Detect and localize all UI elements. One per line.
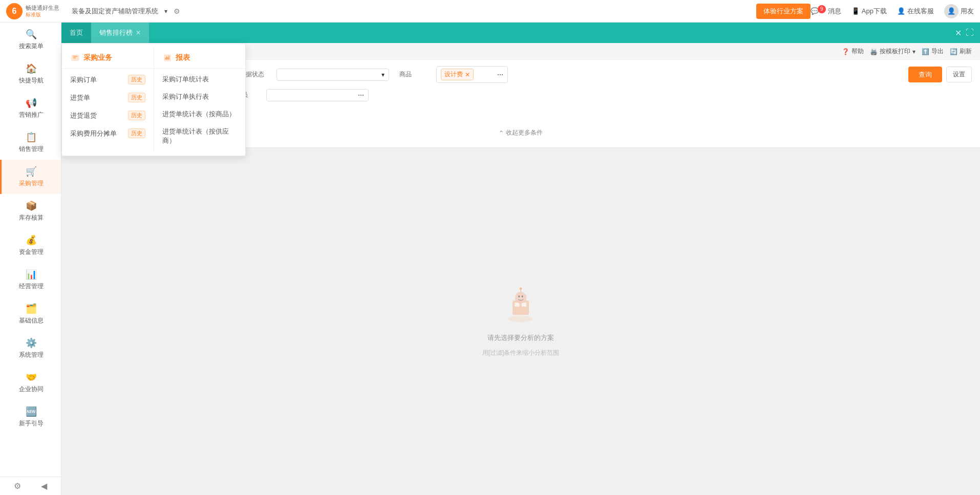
svg-point-6 xyxy=(522,295,523,297)
cooperation-icon: 🤝 xyxy=(26,372,37,383)
system-title-dropdown-btn[interactable]: ▾ xyxy=(162,7,169,16)
sidebar-label-sales: 销售管理 xyxy=(19,145,44,154)
purchase-icon: 🛒 xyxy=(26,166,37,177)
sidebar-item-sales[interactable]: 📋 销售管理 xyxy=(0,125,61,160)
sidebar-label-system: 系统管理 xyxy=(19,351,44,359)
help-btn[interactable]: ❓ 帮助 xyxy=(842,47,864,56)
menu-item-arrival-stats-by-goods[interactable]: 进货单统计表（按商品） xyxy=(154,105,246,123)
sidebar-item-marketing[interactable]: 📢 营销推广 xyxy=(0,91,61,125)
sidebar-label-operations: 经营管理 xyxy=(19,282,44,291)
collapse-up-icon: ⌃ xyxy=(499,130,504,137)
sidebar-item-inventory[interactable]: 📦 库存核算 xyxy=(0,194,61,228)
menu-item-purchase-order-stats[interactable]: 采购订单统计表 xyxy=(154,71,246,88)
top-right-area: 💬 9 消息 📱 App下载 👤 在线客服 👤 用友 xyxy=(811,4,974,18)
sidebar-label-inventory: 库存核算 xyxy=(19,213,44,222)
sidebar-item-operations[interactable]: 📊 经营管理 xyxy=(0,263,61,297)
home-icon: 🏠 xyxy=(26,63,37,74)
sidebar-label-marketing: 营销推广 xyxy=(19,111,44,119)
sidebar-item-cooperation[interactable]: 🤝 企业协同 xyxy=(0,365,61,400)
purchase-expense-badge: 历史 xyxy=(128,128,145,138)
empty-illustration xyxy=(500,286,541,327)
goods-tag-close-icon[interactable]: ✕ xyxy=(465,71,470,78)
menu-item-purchase-order[interactable]: 采购订单 历史 xyxy=(62,71,154,89)
help-label: 帮助 xyxy=(851,47,864,56)
svg-rect-2 xyxy=(515,303,520,307)
basic-info-icon: 🗂️ xyxy=(26,303,37,314)
svg-rect-10 xyxy=(164,54,171,61)
empty-state: 请先选择要分析的方案 用[过滤]条件来缩小分析范围 xyxy=(61,148,980,495)
app-download-label: App下载 xyxy=(862,7,887,16)
menu-item-arrival-stats-by-supplier[interactable]: 进货单统计表（按供应商） xyxy=(154,123,246,149)
goods-dropdown[interactable]: 设计费 ✕ ⋯ xyxy=(436,66,508,83)
tab-close-btn[interactable]: ✕ xyxy=(955,28,962,38)
voucher-status-dropdown[interactable]: ▾ xyxy=(276,69,389,81)
messages-btn[interactable]: 💬 9 消息 xyxy=(811,7,841,16)
refresh-icon: 🔄 xyxy=(950,48,957,55)
salesperson-dropdown[interactable]: ⋯ xyxy=(266,89,369,101)
sidebar-bottom: ⚙ ◀ xyxy=(0,477,61,495)
tab-home[interactable]: 首页 xyxy=(61,23,91,43)
report-section-title: 报表 xyxy=(154,50,246,69)
purchase-order-badge: 历史 xyxy=(128,75,145,84)
sidebar-collapse-btn[interactable]: ◀ xyxy=(41,481,47,491)
phone-icon: 📱 xyxy=(851,7,860,15)
tab-close-icon[interactable]: ✕ xyxy=(136,29,141,36)
filter-actions: 查询 设置 xyxy=(908,67,972,82)
sidebar-item-finance[interactable]: 💰 资金管理 xyxy=(0,228,61,263)
report-section-icon xyxy=(162,53,173,63)
tab-sales-rank[interactable]: 销售排行榜 ✕ xyxy=(91,23,149,43)
export-btn[interactable]: ⬆️ 导出 xyxy=(922,47,944,56)
sidebar-label-purchase: 采购管理 xyxy=(19,179,44,188)
print-label: 按模板打印 xyxy=(880,47,910,56)
purchase-menu-section: 采购业务 采购订单 历史 进货单 历史 进货退货 历史 采购费用分摊单 历史 xyxy=(62,44,154,156)
sidebar-item-basic-info[interactable]: 🗂️ 基础信息 xyxy=(0,297,61,331)
sidebar-item-search[interactable]: 🔍 搜索菜单 xyxy=(0,23,61,57)
online-service-btn[interactable]: 👤 在线客服 xyxy=(897,7,934,16)
refresh-label: 刷新 xyxy=(960,47,972,56)
finance-icon: 💰 xyxy=(26,234,37,246)
sidebar-item-guide[interactable]: 🆕 新手引导 xyxy=(0,400,61,434)
goods-more-icon: ⋯ xyxy=(497,71,503,78)
system-icon: ⚙️ xyxy=(26,337,37,349)
refresh-btn[interactable]: 🔄 刷新 xyxy=(950,47,972,56)
top-bar: 6 畅捷通好生意 标准版 装备及固定资产辅助管理系统 ▾ ⚙ 体验行业方案 💬 … xyxy=(0,0,980,23)
menu-item-purchase-expense[interactable]: 采购费用分摊单 历史 xyxy=(62,124,154,142)
sidebar: 🔍 搜索菜单 🏠 快捷导航 📢 营销推广 📋 销售管理 🛒 采购管理 📦 库存核… xyxy=(0,23,61,495)
user-btn[interactable]: 👤 用友 xyxy=(944,4,974,18)
empty-hint-2: 用[过滤]条件来缩小分析范围 xyxy=(482,349,560,357)
logo-icon: 6 xyxy=(6,3,23,19)
industry-btn[interactable]: 体验行业方案 xyxy=(756,4,811,19)
sidebar-item-system[interactable]: ⚙️ 系统管理 xyxy=(0,331,61,365)
arrival-order-badge: 历史 xyxy=(128,93,145,102)
sidebar-label-guide: 新手引导 xyxy=(19,419,44,428)
sidebar-settings-btn[interactable]: ⚙ xyxy=(14,481,21,491)
tab-expand-btn[interactable]: ⛶ xyxy=(966,28,974,37)
sidebar-label-finance: 资金管理 xyxy=(19,248,44,256)
svg-rect-3 xyxy=(522,303,527,307)
marketing-icon: 📢 xyxy=(26,97,37,109)
menu-item-return-goods[interactable]: 进货退货 历史 xyxy=(62,106,154,124)
query-btn[interactable]: 查询 xyxy=(908,67,942,82)
tab-bar: 首页 销售排行榜 ✕ ✕ ⛶ xyxy=(61,23,980,43)
report-menu-section: 报表 采购订单统计表 采购订单执行表 进货单统计表（按商品） 进货单统计表（按供… xyxy=(154,44,246,156)
system-settings-btn[interactable]: ⚙ xyxy=(174,7,180,15)
settings-btn[interactable]: 设置 xyxy=(946,67,972,82)
svg-point-8 xyxy=(520,287,522,290)
print-btn[interactable]: 🖨️ 按模板打印 ▾ xyxy=(870,47,915,56)
sidebar-item-purchase[interactable]: 🛒 采购管理 xyxy=(0,160,61,194)
operations-icon: 📊 xyxy=(26,269,37,280)
tab-sales-rank-label: 销售排行榜 xyxy=(99,28,133,37)
goods-selected-tag: 设计费 ✕ xyxy=(441,69,474,80)
menu-item-arrival-order[interactable]: 进货单 历史 xyxy=(62,89,154,106)
collapse-label: 收起更多条件 xyxy=(506,128,543,137)
inventory-icon: 📦 xyxy=(26,200,37,211)
online-service-label: 在线客服 xyxy=(907,7,934,16)
tab-home-label: 首页 xyxy=(70,28,83,37)
search-icon: 🔍 xyxy=(26,29,37,40)
sidebar-label-search: 搜索菜单 xyxy=(19,42,44,51)
menu-item-purchase-order-exec[interactable]: 采购订单执行表 xyxy=(154,88,246,105)
tab-bar-right: ✕ ⛶ xyxy=(955,28,980,38)
sidebar-item-quick-nav[interactable]: 🏠 快捷导航 xyxy=(0,57,61,91)
app-download-btn[interactable]: 📱 App下载 xyxy=(851,7,887,16)
empty-hint-1: 请先选择要分析的方案 xyxy=(487,333,554,342)
